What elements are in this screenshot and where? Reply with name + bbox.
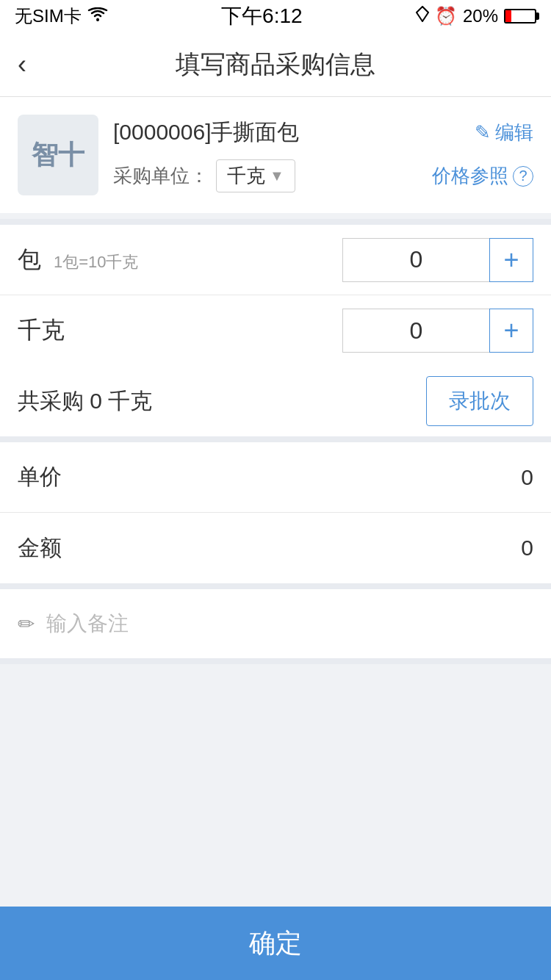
product-info: [0000006]手撕面包 ✎ 编辑 采购单位： 千克 ▼ 价格参照 ? [113, 118, 533, 192]
edit-button[interactable]: ✎ 编辑 [475, 120, 533, 145]
location-icon [416, 6, 429, 26]
kg-label: 千克 [18, 314, 342, 347]
kg-plus-button[interactable]: + [489, 309, 533, 353]
unit-select[interactable]: 千克 ▼ [216, 159, 295, 192]
amount-label: 金额 [18, 533, 62, 563]
unit-price-value: 0 [521, 465, 533, 490]
product-section: 智十 [0000006]手撕面包 ✎ 编辑 采购单位： 千克 ▼ [0, 97, 551, 219]
page-title: 填写商品采购信息 [176, 48, 375, 82]
summary-text: 共采购 0 千克 [18, 386, 152, 417]
battery-indicator [504, 9, 536, 24]
nav-bar: ‹ 填写商品采购信息 [0, 32, 551, 97]
pencil-icon: ✏ [18, 612, 35, 636]
battery-percent: 20% [463, 6, 498, 26]
unit-price-row: 单价 0 [0, 442, 551, 513]
question-icon: ? [513, 166, 533, 187]
kg-quantity-input[interactable] [342, 309, 489, 353]
kg-input-row: 千克 + [0, 295, 551, 366]
empty-space [0, 664, 551, 884]
kg-input-controls: + [342, 309, 533, 353]
bag-label: 包 [18, 246, 41, 273]
dropdown-arrow-icon: ▼ [270, 167, 284, 184]
note-section[interactable]: ✏ 输入备注 [0, 589, 551, 664]
confirm-button[interactable]: 确定 [0, 907, 551, 980]
bag-input-controls: + [342, 238, 533, 282]
unit-price-label: 单价 [18, 462, 62, 492]
product-logo: 智十 [32, 142, 84, 168]
unit-value: 千克 [227, 163, 265, 189]
amount-row: 金额 0 [0, 513, 551, 583]
product-image: 智十 [18, 115, 98, 195]
bag-plus-button[interactable]: + [489, 238, 533, 282]
product-name: [0000006]手撕面包 [113, 118, 299, 148]
unit-label: 采购单位： [113, 163, 209, 189]
input-section: 包 1包=10千克 + 千克 + [0, 225, 551, 366]
price-section: 单价 0 金额 0 [0, 442, 551, 589]
alarm-icon: ⏰ [435, 6, 457, 26]
summary-section: 共采购 0 千克 录批次 [0, 366, 551, 442]
record-batch-button[interactable]: 录批次 [426, 376, 533, 426]
status-bar: 无SIM卡 下午6:12 ⏰ 20% [0, 0, 551, 32]
amount-value: 0 [521, 536, 533, 561]
time-display: 下午6:12 [221, 2, 303, 30]
status-left: 无SIM卡 [15, 4, 108, 28]
edit-icon: ✎ [475, 121, 491, 144]
svg-point-0 [96, 18, 99, 21]
price-reference-button[interactable]: 价格参照 ? [432, 163, 533, 189]
back-button[interactable]: ‹ [18, 49, 26, 80]
note-placeholder: 输入备注 [46, 610, 129, 638]
wifi-icon [87, 6, 108, 26]
svg-line-1 [422, 7, 428, 12]
bag-input-row: 包 1包=10千克 + [0, 225, 551, 295]
carrier-text: 无SIM卡 [15, 4, 82, 28]
section-divider-1 [0, 219, 551, 225]
bag-label-area: 包 1包=10千克 [18, 244, 342, 276]
summary-row: 共采购 0 千克 录批次 [0, 366, 551, 436]
status-right: ⏰ 20% [416, 6, 536, 26]
bag-quantity-input[interactable] [342, 238, 489, 282]
bag-hint: 1包=10千克 [54, 253, 139, 271]
